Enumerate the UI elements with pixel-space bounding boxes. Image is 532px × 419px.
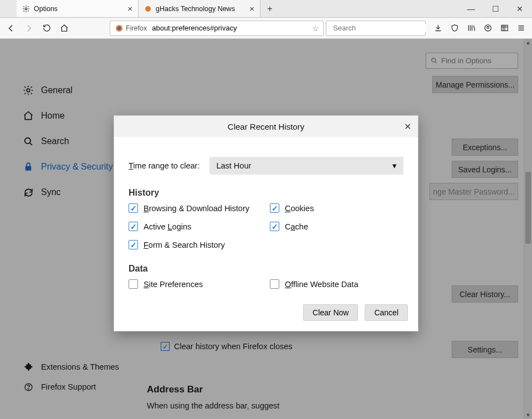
home-button[interactable] <box>57 21 72 36</box>
search-bar[interactable] <box>326 21 426 36</box>
close-icon[interactable]: × <box>249 4 254 13</box>
dialog-title-bar: Clear Recent History ✕ <box>114 116 418 137</box>
svg-point-0 <box>25 8 27 10</box>
time-range-dropdown[interactable]: Last Hour ▾ <box>209 157 403 175</box>
new-tab-button[interactable]: + <box>260 0 279 17</box>
minimize-button[interactable]: — <box>459 0 483 17</box>
chevron-down-icon: ▾ <box>392 161 397 170</box>
tab-label: Options <box>34 5 58 13</box>
svg-point-3 <box>117 26 121 30</box>
checkbox-form-history[interactable]: Form & Search History <box>129 240 270 249</box>
account-icon[interactable] <box>480 21 495 36</box>
clear-history-dialog: Clear Recent History ✕ Time range to cle… <box>114 115 418 331</box>
downloads-icon[interactable] <box>430 21 446 36</box>
svg-point-6 <box>487 26 489 28</box>
time-range-label: Time range to clear: <box>129 161 200 170</box>
maximize-button[interactable]: ☐ <box>483 0 508 17</box>
checkbox-browsing-history[interactable]: Browsing & Download History <box>129 203 270 213</box>
checkbox-offline-data[interactable]: Offline Website Data <box>270 279 403 289</box>
menu-icon[interactable] <box>513 21 529 36</box>
reload-button[interactable] <box>39 21 54 36</box>
library-icon[interactable] <box>463 21 479 36</box>
checkbox-cookies[interactable]: Cookies <box>270 203 403 213</box>
cancel-button[interactable]: Cancel <box>365 304 408 321</box>
checkbox-site-preferences[interactable]: Site Preferences <box>129 279 270 289</box>
search-input[interactable] <box>333 24 426 32</box>
history-section-heading: History <box>129 188 403 198</box>
url-input[interactable] <box>150 24 312 32</box>
data-section-heading: Data <box>129 264 403 274</box>
close-window-button[interactable]: ✕ <box>508 0 532 17</box>
close-icon[interactable]: ✕ <box>404 121 411 132</box>
tab-strip: Options × gHacks Technology News × + <box>17 0 279 17</box>
identity-box[interactable]: Firefox <box>112 24 150 32</box>
back-button[interactable] <box>3 21 19 36</box>
url-bar[interactable]: Firefox ☆ <box>110 21 324 36</box>
site-favicon <box>144 5 152 13</box>
bookmark-star-icon[interactable]: ☆ <box>312 24 321 33</box>
gear-icon <box>22 5 30 13</box>
window-titlebar: Options × gHacks Technology News × + — ☐… <box>0 0 532 18</box>
svg-point-1 <box>145 6 151 12</box>
checkbox-active-logins[interactable]: Active Logins <box>129 222 270 231</box>
firefox-icon <box>115 24 123 32</box>
clear-now-button[interactable]: Clear Now <box>303 304 358 321</box>
sidebar-icon[interactable] <box>497 21 512 36</box>
forward-button[interactable] <box>21 21 37 36</box>
shield-icon[interactable] <box>447 21 462 36</box>
tab-label: gHacks Technology News <box>156 5 235 13</box>
dialog-title: Clear Recent History <box>228 122 304 131</box>
nav-toolbar: Firefox ☆ <box>0 18 532 39</box>
close-icon[interactable]: × <box>127 4 132 13</box>
tab-ghacks[interactable]: gHacks Technology News × <box>139 0 260 17</box>
tab-options[interactable]: Options × <box>17 0 139 17</box>
checkbox-cache[interactable]: Cache <box>270 222 403 231</box>
window-controls: — ☐ ✕ <box>459 0 532 17</box>
content-area: General Home Search Privacy & Security S… <box>0 39 532 419</box>
